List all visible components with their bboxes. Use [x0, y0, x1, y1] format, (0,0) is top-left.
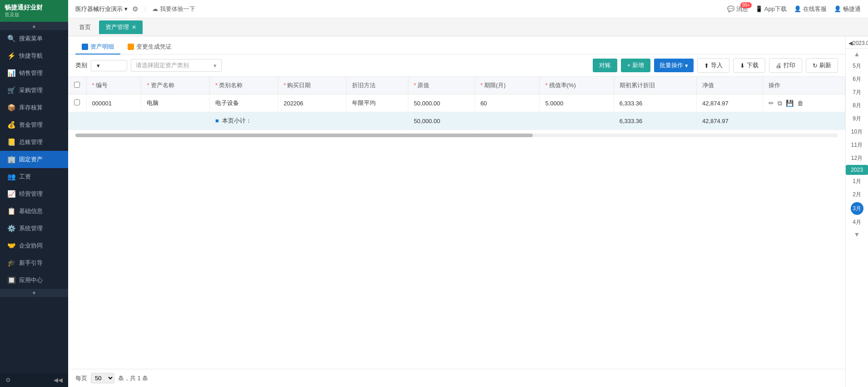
message-icon: 💬 — [727, 5, 734, 12]
inventory-icon: 📦 — [7, 104, 15, 112]
tab-asset-management[interactable]: 资产管理 ✕ — [99, 20, 143, 34]
guide-icon: 🎓 — [7, 259, 15, 267]
import-button[interactable]: ⬆ 导入 — [697, 58, 729, 73]
cell-depreciation-method: 年限平均 — [346, 94, 408, 112]
print-button[interactable]: 🖨 打印 — [769, 58, 802, 73]
sidebar-item-inventory[interactable]: 📦 库存核算 — [0, 99, 68, 116]
sidebar-item-sales[interactable]: 📊 销售管理 — [0, 64, 68, 82]
sidebar-scroll-up[interactable]: ▲ — [0, 22, 68, 30]
user-label: 畅捷通 — [843, 5, 861, 13]
copy-icon[interactable]: ⧉ — [778, 99, 782, 107]
row-checkbox[interactable] — [74, 99, 80, 105]
month-12[interactable]: 12月 — [846, 152, 868, 165]
sidebar-item-enterprise[interactable]: 🤝 企业协同 — [0, 237, 68, 254]
experience-button[interactable]: ☁ 我要体验一下 — [152, 5, 195, 13]
subtotal-action — [763, 112, 845, 130]
subtab-asset-detail-label: 资产明细 — [90, 43, 114, 51]
cell-period: 60 — [475, 94, 540, 112]
th-net-value: 净值 — [696, 77, 763, 94]
download-button[interactable]: ⬇ 下载 — [733, 58, 765, 73]
cell-category: 电子设备 — [209, 94, 278, 112]
month-1[interactable]: 1月 — [846, 175, 868, 188]
batch-button[interactable]: 批量操作 ▾ — [654, 59, 694, 72]
cell-net-value: 42,874.97 — [696, 94, 763, 112]
sidebar-item-purchase-label: 采购管理 — [19, 86, 43, 94]
sidebar-item-operations[interactable]: 📈 经营管理 — [0, 185, 68, 203]
subtotal-empty3 — [141, 112, 209, 130]
content-area: 资产明细 变更生成凭证 类别 ▾ 请选择固定资产类别 ▾ — [68, 36, 868, 387]
user-avatar[interactable]: 👤 畅捷通 — [834, 5, 861, 13]
tab-close-icon[interactable]: ✕ — [132, 24, 136, 30]
sidebar-collapse-icon[interactable]: ◀◀ — [54, 377, 63, 383]
subtotal-label: 本页小计： — [222, 117, 252, 124]
per-page-select[interactable]: 50 10 20 100 — [91, 373, 114, 383]
message-badge: 99+ — [740, 2, 752, 8]
sidebar-scroll-down[interactable]: ▼ — [0, 289, 68, 297]
subtotal-accumulated: 6,333.36 — [614, 112, 696, 130]
subtotal-empty1 — [68, 112, 86, 130]
month-2[interactable]: 2月 — [846, 188, 868, 201]
sidebar-item-ledger[interactable]: 📒 总账管理 — [0, 134, 68, 151]
month-4[interactable]: 4月 — [846, 216, 868, 229]
message-button[interactable]: 💬 消息 99+ — [727, 5, 748, 13]
right-panel-year: 2023.03 — [853, 40, 868, 46]
sidebar-item-app-center[interactable]: 🔲 应用中心 — [0, 272, 68, 289]
select-all-checkbox[interactable] — [74, 82, 80, 88]
customer-service-label: 在线客服 — [803, 5, 827, 13]
sidebar-item-payroll[interactable]: 👥 工资 — [0, 168, 68, 185]
up-arrow[interactable]: ▲ — [852, 49, 862, 60]
month-5[interactable]: 5月 — [846, 60, 868, 73]
sidebar-item-quicknav[interactable]: ⚡ 快捷导航 — [0, 47, 68, 64]
logo-sub: 普及版 — [5, 11, 43, 18]
horizontal-scrollbar[interactable] — [75, 134, 838, 137]
collapse-right-icon[interactable]: ◀ — [848, 40, 853, 46]
basic-info-icon: 📋 — [7, 207, 15, 215]
sidebar-item-basic-info[interactable]: 📋 基础信息 — [0, 203, 68, 220]
sidebar-item-fixed-assets[interactable]: 🏢 固定资产 — [0, 151, 68, 168]
category-filter-input[interactable]: 请选择固定资产类别 ▾ — [131, 59, 222, 72]
edit-icon[interactable]: ✏ — [769, 99, 774, 107]
category-select[interactable]: ▾ — [91, 60, 127, 71]
save-icon[interactable]: 💾 — [786, 99, 794, 107]
add-button[interactable]: + 新增 — [621, 59, 650, 72]
total-label: 条，共 1 条 — [118, 374, 148, 382]
subtotal-period — [475, 112, 540, 130]
month-6[interactable]: 6月 — [846, 73, 868, 86]
month-7[interactable]: 7月 — [846, 86, 868, 99]
subtab-voucher-generation[interactable]: 变更生成凭证 — [121, 40, 178, 55]
th-checkbox — [68, 77, 86, 94]
month-10[interactable]: 10月 — [846, 125, 868, 139]
month-8[interactable]: 8月 — [846, 99, 868, 112]
sidebar-item-search[interactable]: 🔍 搜索菜单 — [0, 30, 68, 47]
cell-residual-rate: 5.0000 — [540, 94, 614, 112]
sidebar-item-payroll-label: 工资 — [19, 173, 31, 181]
month-11[interactable]: 11月 — [846, 139, 868, 152]
import-icon: ⬆ — [704, 62, 709, 69]
sidebar-item-purchase[interactable]: 🛒 采购管理 — [0, 82, 68, 99]
company-settings-icon[interactable]: ⚙ — [132, 5, 138, 13]
subtotal-original-value: 50,000.00 — [408, 112, 475, 130]
sidebar-item-guide[interactable]: 🎓 新手引导 — [0, 254, 68, 272]
sidebar-item-system[interactable]: ⚙️ 系统管理 — [0, 220, 68, 237]
quicknav-icon: ⚡ — [7, 52, 15, 60]
sidebar-settings-icon[interactable]: ⚙ — [5, 377, 11, 383]
month-9[interactable]: 9月 — [846, 112, 868, 125]
refresh-button[interactable]: ↻ 刷新 — [806, 58, 838, 73]
down-arrow[interactable]: ▼ — [852, 229, 862, 240]
action-icons: ✏ ⧉ 💾 🗑 — [769, 99, 839, 107]
customer-service-button[interactable]: 👤 在线客服 — [794, 5, 827, 13]
tab-home[interactable]: 首页 — [73, 20, 97, 34]
system-icon: ⚙️ — [7, 224, 15, 233]
reconcile-button[interactable]: 对账 — [593, 59, 617, 72]
month-3[interactable]: 3月 — [851, 202, 863, 215]
th-name: *资产名称 — [141, 77, 209, 94]
delete-icon[interactable]: 🗑 — [797, 99, 804, 107]
sidebar-item-system-label: 系统管理 — [19, 224, 43, 233]
sidebar-item-enterprise-label: 企业协同 — [19, 242, 43, 250]
app-download-button[interactable]: 📱 App下载 — [755, 5, 787, 13]
print-icon: 🖨 — [776, 62, 782, 69]
subtab-asset-detail[interactable]: 资产明细 — [75, 40, 120, 55]
company-selector[interactable]: 医疗器械行业演示 ▾ — [75, 5, 128, 13]
per-page-label: 每页 — [75, 374, 87, 382]
sidebar-item-funds[interactable]: 💰 资金管理 — [0, 116, 68, 134]
